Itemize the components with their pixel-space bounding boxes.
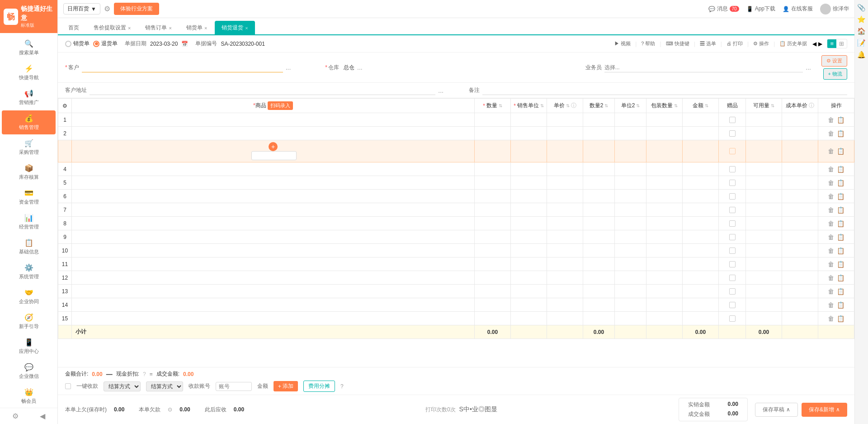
- settlement-select[interactable]: 结算方式: [104, 381, 141, 391]
- toolbar-operate-btn[interactable]: ⚙ 操作: [751, 39, 771, 48]
- toolbar-help-btn[interactable]: ? 帮助: [639, 39, 657, 48]
- row-qty-12[interactable]: [475, 271, 511, 285]
- save-new-dropdown-icon[interactable]: ∧: [836, 406, 840, 413]
- row-cost-price-7[interactable]: [782, 203, 818, 217]
- radio-sale[interactable]: 销货单: [65, 40, 90, 48]
- row-unit-2[interactable]: [511, 127, 547, 140]
- row-product-2[interactable]: [72, 127, 475, 140]
- row-delete-icon-4[interactable]: 🗑: [828, 166, 834, 173]
- sidebar-item-search[interactable]: 🔍搜索菜单: [2, 36, 56, 60]
- row-price-14[interactable]: [547, 298, 583, 312]
- row-cost-price-4[interactable]: [782, 162, 818, 176]
- tab-close-sale-price[interactable]: ×: [128, 25, 131, 31]
- tab-sale-return[interactable]: 销货退货 ×: [215, 21, 255, 34]
- row-delete-icon-2[interactable]: 🗑: [828, 130, 834, 137]
- add-row-btn[interactable]: +: [269, 142, 278, 151]
- sidebar-item-shortcut[interactable]: ⚡快捷导航: [2, 61, 56, 85]
- row-delete-icon-7[interactable]: 🗑: [828, 206, 834, 214]
- sidebar-item-purchase[interactable]: 🛒采购管理: [2, 135, 56, 159]
- row-product-14[interactable]: [72, 298, 475, 312]
- price-sort-icon[interactable]: ⇅: [566, 103, 570, 108]
- row-copy-icon-7[interactable]: 📋: [837, 206, 844, 214]
- row-unit-7[interactable]: [511, 203, 547, 217]
- row-amount-6[interactable]: [683, 190, 719, 203]
- online-service-item[interactable]: 👤 在线客服: [783, 5, 813, 13]
- row-qty2-15[interactable]: [583, 312, 615, 325]
- row-unit2-11[interactable]: [615, 257, 646, 271]
- row-available-3[interactable]: [746, 140, 782, 162]
- row-qty2-11[interactable]: [583, 257, 615, 271]
- row-pkg-qty-15[interactable]: [646, 312, 683, 325]
- row-cost-price-11[interactable]: [782, 257, 818, 271]
- row-price-11[interactable]: [547, 257, 583, 271]
- row-product-8[interactable]: [72, 217, 475, 230]
- row-unit2-13[interactable]: [615, 285, 646, 298]
- row-cost-price-3[interactable]: [782, 140, 818, 162]
- payment-method-select[interactable]: 结算方式: [146, 381, 183, 391]
- row-price-5[interactable]: [547, 176, 583, 190]
- sidebar-item-finance[interactable]: 💳资金管理: [2, 185, 56, 209]
- row-delete-icon-1[interactable]: 🗑: [828, 116, 834, 124]
- sidebar-item-enterprise[interactable]: 🤝企业协同: [2, 285, 56, 309]
- customer-addr-input[interactable]: [90, 86, 435, 95]
- row-available-15[interactable]: [746, 312, 782, 325]
- row-cost-price-10[interactable]: [782, 244, 818, 257]
- view-table-btn[interactable]: ≡: [827, 39, 836, 48]
- nav-prev-icon[interactable]: ◀: [812, 41, 816, 47]
- row-qty2-13[interactable]: [583, 285, 615, 298]
- row-available-12[interactable]: [746, 271, 782, 285]
- sidebar-item-guide[interactable]: 🧭新手引导: [2, 310, 56, 333]
- row-cost-price-15[interactable]: [782, 312, 818, 325]
- row-unit-3[interactable]: [511, 140, 547, 162]
- toolbar-video-btn[interactable]: ▶ 视频: [613, 39, 632, 48]
- row-gift-9[interactable]: [719, 230, 746, 244]
- row-unit2-12[interactable]: [615, 271, 646, 285]
- amount-sort-icon[interactable]: ⇅: [705, 103, 708, 108]
- row-amount-13[interactable]: [683, 285, 719, 298]
- row-delete-icon-5[interactable]: 🗑: [828, 179, 834, 186]
- row-copy-icon-10[interactable]: 📋: [837, 247, 844, 254]
- row-delete-icon-6[interactable]: 🗑: [828, 193, 834, 200]
- row-price-8[interactable]: [547, 217, 583, 230]
- help-icon[interactable]: ?: [340, 383, 344, 390]
- row-qty-4[interactable]: [475, 162, 511, 176]
- row-amount-11[interactable]: [683, 257, 719, 271]
- row-pkg-qty-11[interactable]: [646, 257, 683, 271]
- row-amount-3[interactable]: [683, 140, 719, 162]
- unit2-sort-icon[interactable]: ⇅: [636, 103, 640, 108]
- collapse-icon[interactable]: ◀: [40, 412, 45, 420]
- row-product-13[interactable]: [72, 285, 475, 298]
- row-cost-price-5[interactable]: [782, 176, 818, 190]
- category-select[interactable]: 日用百货 ▼: [63, 3, 100, 14]
- logistics-side-btn[interactable]: + 物流: [823, 68, 847, 80]
- row-product-12[interactable]: [72, 271, 475, 285]
- row-copy-icon-5[interactable]: 📋: [837, 179, 844, 186]
- row-qty2-1[interactable]: [583, 113, 615, 127]
- row-copy-icon-6[interactable]: 📋: [837, 193, 844, 200]
- sidebar-item-member[interactable]: 👑畅会员: [2, 384, 56, 408]
- row-qty-3[interactable]: [475, 140, 511, 162]
- row-unit-6[interactable]: [511, 190, 547, 203]
- row-price-15[interactable]: [547, 312, 583, 325]
- message-item[interactable]: 💬 消息 70: [708, 5, 739, 13]
- row-copy-icon-14[interactable]: 📋: [837, 301, 844, 309]
- row-copy-icon-2[interactable]: 📋: [837, 130, 844, 137]
- nav-next-icon[interactable]: ▶: [818, 41, 822, 47]
- row-delete-icon-15[interactable]: 🗑: [828, 315, 834, 322]
- sidebar-item-basic[interactable]: 📋基础信息: [2, 235, 56, 259]
- row-qty-9[interactable]: [475, 230, 511, 244]
- sidebar-item-system[interactable]: ⚙️系统管理: [2, 260, 56, 284]
- sidebar-item-wechat[interactable]: 💬企业微信: [2, 359, 56, 383]
- sidebar-item-inventory[interactable]: 📦库存核算: [2, 160, 56, 184]
- row-unit2-7[interactable]: [615, 203, 646, 217]
- row-unit2-15[interactable]: [615, 312, 646, 325]
- fee-btn[interactable]: 费用分摊: [303, 381, 335, 392]
- product-input-3[interactable]: [251, 151, 297, 160]
- row-unit2-10[interactable]: [615, 244, 646, 257]
- row-pkg-qty-5[interactable]: [646, 176, 683, 190]
- settings-side-btn[interactable]: ⚙ 设置: [821, 55, 847, 67]
- row-available-9[interactable]: [746, 230, 782, 244]
- row-unit-13[interactable]: [511, 285, 547, 298]
- row-unit-11[interactable]: [511, 257, 547, 271]
- row-gift-6[interactable]: [719, 190, 746, 203]
